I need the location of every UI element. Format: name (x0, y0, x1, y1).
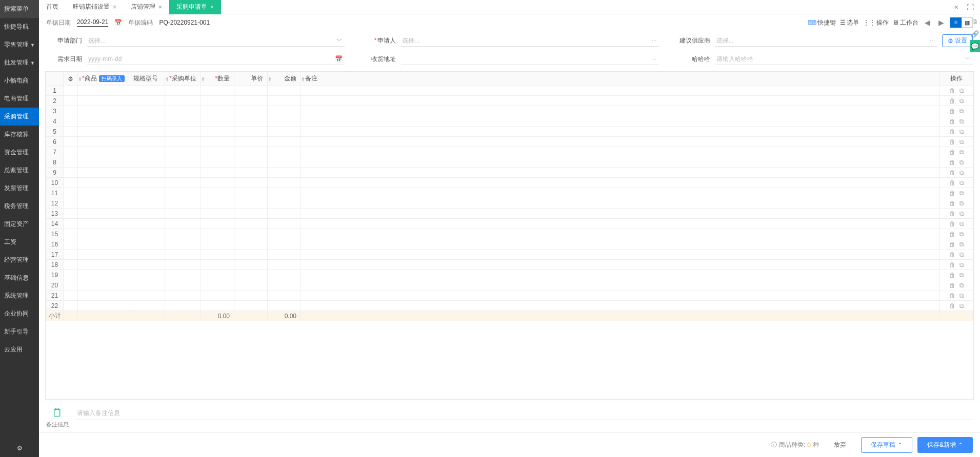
cell-unit[interactable] (165, 178, 201, 188)
cell-spec[interactable] (129, 198, 165, 209)
cell-gear[interactable] (64, 116, 78, 127)
delete-icon[interactable]: 🗑 (949, 292, 955, 299)
cell-qty[interactable] (201, 301, 234, 311)
table-row[interactable]: 11🗑⧉ (46, 188, 973, 198)
delete-icon[interactable]: 🗑 (949, 282, 955, 289)
cell-unit[interactable] (165, 188, 201, 198)
cell-qty[interactable] (201, 168, 234, 178)
copy-icon[interactable]: ⧉ (959, 302, 964, 309)
table-row[interactable]: 4🗑⧉ (46, 116, 973, 127)
cell-unit[interactable] (165, 96, 201, 106)
sidebar-item-3[interactable]: 批发管理▼ (0, 54, 39, 72)
cell-qty[interactable] (201, 86, 234, 96)
cell-remark[interactable] (301, 301, 940, 311)
delete-icon[interactable]: 🗑 (949, 200, 955, 207)
remarks-input[interactable] (76, 406, 973, 420)
cell-qty[interactable] (201, 239, 234, 250)
cell-product[interactable] (78, 96, 129, 106)
dept-input[interactable] (87, 35, 334, 46)
supplier-input[interactable] (715, 35, 928, 46)
cell-gear[interactable] (64, 250, 78, 260)
cell-price[interactable] (234, 290, 268, 301)
operate-link[interactable]: ⋮⋮操作 (863, 18, 889, 27)
cell-amount[interactable] (268, 239, 301, 250)
cell-remark[interactable] (301, 280, 940, 290)
cell-spec[interactable] (129, 127, 165, 137)
sidebar-item-6[interactable]: 采购管理 (0, 108, 39, 126)
cell-unit[interactable] (165, 86, 201, 96)
cell-product[interactable] (78, 260, 129, 270)
cell-product[interactable] (78, 301, 129, 311)
cell-qty[interactable] (201, 260, 234, 270)
cell-product[interactable] (78, 229, 129, 239)
cell-spec[interactable] (129, 168, 165, 178)
cell-price[interactable] (234, 301, 268, 311)
delete-icon[interactable]: 🗑 (949, 190, 955, 197)
cell-product[interactable] (78, 157, 129, 168)
sidebar-item-2[interactable]: 零售管理▼ (0, 36, 39, 54)
cell-qty[interactable] (201, 250, 234, 260)
cell-price[interactable] (234, 229, 268, 239)
sidebar-item-9[interactable]: 总账管理 (0, 161, 39, 179)
close-icon[interactable]: × (210, 4, 214, 11)
delete-icon[interactable]: 🗑 (949, 251, 955, 258)
cell-amount[interactable] (268, 229, 301, 239)
copy-icon[interactable]: ⧉ (959, 118, 964, 125)
cell-gear[interactable] (64, 188, 78, 198)
delete-icon[interactable]: 🗑 (949, 210, 955, 217)
sidebar-item-17[interactable]: 企业协同 (0, 305, 39, 323)
delete-icon[interactable]: 🗑 (949, 87, 955, 94)
cell-spec[interactable] (129, 219, 165, 229)
col-unit[interactable]: ▴▾*采购单位 (165, 72, 201, 86)
table-row[interactable]: 20🗑⧉ (46, 280, 973, 290)
cell-qty[interactable] (201, 147, 234, 157)
cell-amount[interactable] (268, 116, 301, 127)
cell-gear[interactable] (64, 96, 78, 106)
copy-icon[interactable]: ⧉ (959, 200, 964, 207)
col-remark[interactable]: ▴▾备注 (301, 72, 940, 86)
cell-amount[interactable] (268, 250, 301, 260)
cell-amount[interactable] (268, 301, 301, 311)
cell-product[interactable] (78, 219, 129, 229)
col-amount[interactable]: ▴▾金额 (268, 72, 301, 86)
cell-unit[interactable] (165, 250, 201, 260)
cell-spec[interactable] (129, 157, 165, 168)
cell-spec[interactable] (129, 106, 165, 116)
delete-icon[interactable]: 🗑 (949, 149, 955, 156)
cell-qty[interactable] (201, 270, 234, 280)
cell-remark[interactable] (301, 209, 940, 219)
copy-icon[interactable]: ⧉ (959, 231, 964, 238)
cell-remark[interactable] (301, 219, 940, 229)
sidebar-item-12[interactable]: 固定资产 (0, 215, 39, 233)
cell-remark[interactable] (301, 178, 940, 188)
sidebar-settings[interactable]: ⚙ (0, 440, 39, 457)
cell-qty[interactable] (201, 178, 234, 188)
cell-gear[interactable] (64, 178, 78, 188)
cell-price[interactable] (234, 198, 268, 209)
cell-price[interactable] (234, 209, 268, 219)
cell-unit[interactable] (165, 290, 201, 301)
cell-gear[interactable] (64, 219, 78, 229)
close-icon[interactable]: × (158, 4, 162, 11)
cell-spec[interactable] (129, 250, 165, 260)
cell-spec[interactable] (129, 260, 165, 270)
cell-amount[interactable] (268, 270, 301, 280)
close-icon[interactable]: × (952, 2, 961, 12)
cell-remark[interactable] (301, 290, 940, 301)
cell-remark[interactable] (301, 188, 940, 198)
table-row[interactable]: 12🗑⧉ (46, 198, 973, 209)
cell-spec[interactable] (129, 280, 165, 290)
cell-gear[interactable] (64, 280, 78, 290)
delete-icon[interactable]: 🗑 (949, 128, 955, 135)
sidebar-item-1[interactable]: 快捷导航 (0, 18, 39, 36)
cell-amount[interactable] (268, 198, 301, 209)
cell-remark[interactable] (301, 198, 940, 209)
cell-spec[interactable] (129, 290, 165, 301)
cell-gear[interactable] (64, 260, 78, 270)
cell-unit[interactable] (165, 127, 201, 137)
cell-price[interactable] (234, 219, 268, 229)
copy-icon[interactable]: ⧉ (959, 282, 964, 289)
copy-icon[interactable]: ⧉ (959, 179, 964, 186)
chevron-down-icon[interactable]: ﹀ (334, 36, 345, 45)
sidebar-item-10[interactable]: 发票管理 (0, 179, 39, 197)
